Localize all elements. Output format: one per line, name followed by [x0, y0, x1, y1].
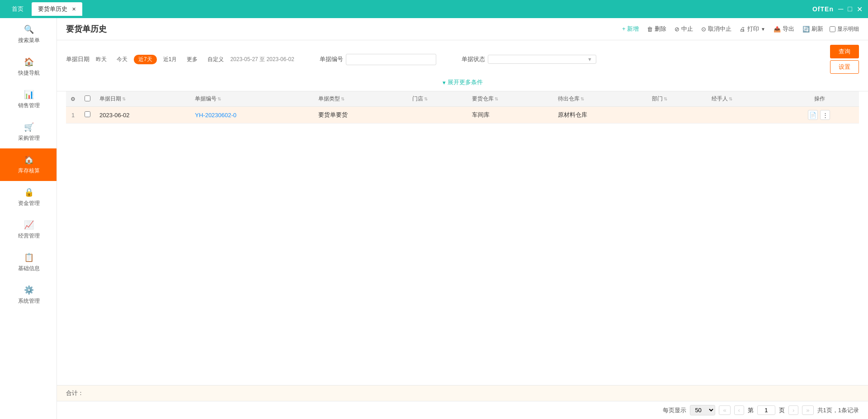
status-select[interactable]: ▼ — [488, 55, 596, 64]
setting-btn[interactable]: 设置 — [830, 60, 859, 74]
row-store — [408, 107, 467, 124]
stop-btn[interactable]: ⊘ 中止 — [673, 24, 695, 34]
sidebar-item-inventory[interactable]: 🏠 库存核算 — [0, 148, 57, 181]
row-op-more-btn[interactable]: ⋮ — [820, 110, 830, 120]
date-btn-yesterday[interactable]: 昨天 — [92, 55, 110, 64]
sidebar-item-sales[interactable]: 📊 销售管理 — [0, 83, 57, 116]
stop-icon: ⊘ — [675, 26, 679, 33]
page-label: 第 — [748, 406, 754, 414]
expand-more-row: ▾ 展开更多条件 — [66, 76, 859, 86]
data-table: ⚙ 单据日期 ⇅ 单据编号 — [66, 91, 859, 124]
refresh-btn[interactable]: 🔄 刷新 — [801, 24, 825, 34]
export-icon: 📤 — [774, 26, 781, 33]
sidebar: 🔍 搜索菜单 🏠 快捷导航 📊 销售管理 🛒 采购管理 🏠 库存核算 🔒 资金管… — [0, 18, 57, 419]
date-btn-custom[interactable]: 自定义 — [204, 55, 227, 64]
last-page-btn[interactable]: » — [802, 405, 813, 415]
filter-buttons: 查询 设置 — [830, 45, 859, 74]
table-header-row: ⚙ 单据日期 ⇅ 单据编号 — [66, 91, 859, 107]
sort-doc-no-icon: ⇅ — [217, 96, 221, 101]
maximize-btn[interactable]: □ — [848, 5, 852, 13]
new-btn[interactable]: + 新增 — [620, 24, 641, 34]
row-checkbox[interactable] — [85, 111, 90, 117]
brand-label: OfTEn — [812, 5, 834, 13]
tab-home[interactable]: 首页 — [5, 2, 30, 16]
sort-req-warehouse-icon: ⇅ — [495, 96, 498, 101]
row-op-cell: 📄 ⋮ — [780, 107, 859, 124]
expand-more-btn[interactable]: ▾ 展开更多条件 — [443, 78, 483, 86]
sidebar-item-quick-nav-label: 快捷导航 — [18, 69, 40, 77]
sidebar-item-purchase[interactable]: 🛒 采购管理 — [0, 116, 57, 148]
th-doc-no-label: 单据编号 — [195, 95, 217, 103]
row-doc-type: 要货单要货 — [314, 107, 408, 124]
next-page-btn[interactable]: › — [788, 405, 798, 415]
row-handler — [707, 107, 780, 124]
th-dept-label: 部门 — [652, 95, 663, 103]
cancel-stop-icon: ⊙ — [701, 26, 706, 33]
filter-date: 单据日期 昨天 今天 近7天 近1月 更多 自定义 2023-05-27 至 2… — [66, 55, 294, 64]
delete-btn[interactable]: 🗑 删除 — [645, 24, 668, 34]
th-doc-date[interactable]: 单据日期 ⇅ — [95, 91, 190, 107]
close-btn[interactable]: ✕ — [857, 5, 863, 14]
display-detail-label: 显示明细 — [837, 25, 859, 33]
sidebar-item-basic[interactable]: 📋 基础信息 — [0, 246, 57, 279]
pagination-info: 共1页，1条记录 — [817, 406, 859, 414]
top-bar: 首页 要货单历史 ✕ OfTEn ─ □ ✕ — [0, 0, 868, 18]
date-btn-today[interactable]: 今天 — [113, 55, 131, 64]
th-doc-no[interactable]: 单据编号 ⇅ — [190, 91, 314, 107]
print-btn[interactable]: 🖨 打印 ▼ — [738, 24, 767, 34]
th-doc-type[interactable]: 单据类型 ⇅ — [314, 91, 408, 107]
doc-no-link[interactable]: YH-20230602-0 — [195, 112, 236, 119]
cancel-stop-btn[interactable]: ⊙ 取消中止 — [699, 24, 733, 34]
th-req-warehouse-label: 要货仓库 — [472, 95, 494, 103]
sidebar-item-finance[interactable]: 🔒 资金管理 — [0, 181, 57, 214]
display-detail-toggle[interactable]: 显示明细 — [830, 25, 859, 33]
sidebar-item-finance-label: 资金管理 — [18, 200, 40, 207]
refresh-icon: 🔄 — [802, 26, 810, 33]
page-suffix: 页 — [779, 406, 785, 414]
date-btn-1month[interactable]: 近1月 — [160, 55, 181, 64]
row-doc-no[interactable]: YH-20230602-0 — [190, 107, 314, 124]
display-detail-checkbox[interactable] — [830, 26, 835, 32]
row-doc-date: 2023-06-02 — [95, 107, 190, 124]
row-pending-warehouse: 原材料仓库 — [553, 107, 647, 124]
sort-pending-warehouse-icon: ⇅ — [580, 96, 584, 101]
sidebar-item-system[interactable]: ⚙️ 系统管理 — [0, 279, 57, 311]
th-handler[interactable]: 经手人 ⇅ — [707, 91, 780, 107]
th-store[interactable]: 门店 ⇅ — [408, 91, 467, 107]
page-header: 要货单历史 + 新增 🗑 删除 ⊘ 中止 ⊙ 取消中止 🖨 打印 — [57, 18, 868, 40]
sidebar-item-operation[interactable]: 📈 经营管理 — [0, 214, 57, 246]
th-req-warehouse[interactable]: 要货仓库 ⇅ — [467, 91, 554, 107]
tab-history[interactable]: 要货单历史 ✕ — [32, 2, 82, 16]
tab-close-icon[interactable]: ✕ — [72, 6, 76, 12]
row-op-view-btn[interactable]: 📄 — [808, 110, 818, 120]
th-checkbox — [80, 91, 95, 107]
th-pending-warehouse-label: 待出仓库 — [558, 95, 580, 103]
row-req-warehouse: 车间库 — [467, 107, 554, 124]
sidebar-item-system-label: 系统管理 — [18, 297, 40, 305]
prev-page-btn[interactable]: ‹ — [734, 405, 744, 415]
chart-icon: 📊 — [24, 90, 34, 100]
doc-no-input[interactable] — [346, 54, 436, 65]
stop-label: 中止 — [681, 25, 693, 33]
doc-no-label: 单据编号 — [320, 55, 343, 63]
sum-label: 合计： — [66, 389, 84, 397]
main-content: 要货单历史 + 新增 🗑 删除 ⊘ 中止 ⊙ 取消中止 🖨 打印 — [57, 18, 868, 419]
th-settings[interactable]: ⚙ — [66, 91, 80, 107]
sort-doc-type-icon: ⇅ — [341, 96, 344, 101]
export-btn[interactable]: 📤 导出 — [772, 24, 796, 34]
minimize-btn[interactable]: ─ — [838, 5, 843, 13]
lock-icon: 🔒 — [24, 187, 34, 197]
sidebar-item-search[interactable]: 🔍 搜索菜单 — [0, 18, 57, 51]
first-page-btn[interactable]: « — [719, 405, 730, 415]
query-btn[interactable]: 查询 — [830, 45, 859, 58]
page-size-select[interactable]: 20 50 100 — [690, 405, 715, 415]
date-btn-more[interactable]: 更多 — [183, 55, 201, 64]
sidebar-item-quick-nav[interactable]: 🏠 快捷导航 — [0, 51, 57, 83]
row-dept — [647, 107, 707, 124]
date-btn-7days[interactable]: 近7天 — [134, 55, 157, 64]
select-all-checkbox[interactable] — [85, 95, 90, 101]
page-input[interactable] — [757, 405, 775, 415]
th-dept[interactable]: 部门 ⇅ — [647, 91, 707, 107]
print-dropdown-icon: ▼ — [761, 27, 765, 32]
th-pending-warehouse[interactable]: 待出仓库 ⇅ — [553, 91, 647, 107]
